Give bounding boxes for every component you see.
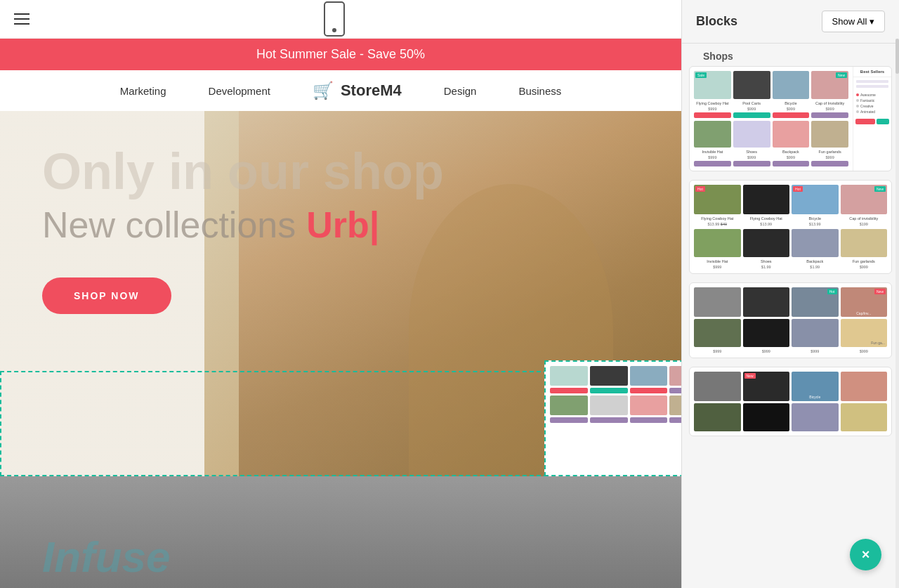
- block-1-main: Sale New Flying Cowboy Hat Pool Carts Bi…: [690, 67, 853, 171]
- panel-title: Blocks: [696, 14, 737, 29]
- logo-text: StoreM4: [341, 81, 402, 100]
- panel-header: Blocks Show All ▾: [682, 0, 899, 44]
- scrollbar-thumb[interactable]: [895, 39, 899, 74]
- floating-block-preview: Best Sellers Item Item Item Item: [544, 360, 681, 476]
- block-2-inner: Hot Hot New Flying Cowboy Hat Flying Cow…: [690, 181, 891, 273]
- hero-section: Only in our shop New collections Urb| SH…: [0, 111, 681, 476]
- block-1-inner: Sale New Flying Cowboy Hat Pool Carts Bi…: [690, 67, 891, 171]
- mobile-preview-icon[interactable]: [324, 1, 345, 37]
- block-thumbnail-4[interactable]: New Bicycle: [689, 367, 892, 436]
- main-canvas: Hot Summer Sale - Save 50% Marketing Dev…: [0, 0, 681, 588]
- shops-section-title: Shops: [689, 44, 892, 66]
- nav-design[interactable]: Design: [444, 85, 477, 97]
- block-1-sidebar: Best Sellers Awesome Fantastic Creative …: [853, 67, 891, 171]
- hero-content: Only in our shop New collections Urb| SH…: [42, 146, 444, 314]
- selection-box: [0, 371, 548, 476]
- nav-development[interactable]: Development: [209, 85, 270, 97]
- announcement-text: Hot Summer Sale - Save 50%: [256, 47, 425, 61]
- hero-subtitle-accent: Urb|: [306, 204, 379, 246]
- block-4-inner: New Bicycle: [690, 367, 891, 436]
- panel-scrollable[interactable]: Shops Sale New Flying: [682, 44, 899, 588]
- site-logo: 🛒 StoreM4: [313, 81, 402, 100]
- close-button[interactable]: ×: [850, 539, 881, 570]
- announcement-bar: Hot Summer Sale - Save 50%: [0, 39, 681, 70]
- hero-subtitle-line: New collections Urb|: [42, 204, 444, 249]
- hamburger-menu[interactable]: [14, 13, 29, 25]
- top-toolbar: [0, 0, 681, 39]
- bottom-text: Infuse: [42, 532, 171, 582]
- right-panel: Blocks Show All ▾ Shops Sale New: [681, 0, 899, 588]
- block-thumbnail-1[interactable]: Sale New Flying Cowboy Hat Pool Carts Bi…: [689, 66, 892, 171]
- scrollbar-track[interactable]: [895, 39, 899, 588]
- website-preview: Hot Summer Sale - Save 50% Marketing Dev…: [0, 39, 681, 588]
- hero-subtitle-plain: New collections: [42, 204, 296, 246]
- nav-business[interactable]: Business: [518, 85, 561, 97]
- block-thumbnail-2[interactable]: Hot Hot New Flying Cowboy Hat Flying Cow…: [689, 180, 892, 274]
- nav-marketing[interactable]: Marketing: [120, 85, 166, 97]
- logo-cart-icon: 🛒: [313, 81, 334, 100]
- block-3-inner: Hot New Cap/Inv... Fun ga... $: [690, 283, 891, 358]
- hero-title: Only in our shop: [42, 146, 444, 197]
- bottom-section: Infuse: [0, 476, 681, 588]
- show-all-button[interactable]: Show All ▾: [822, 11, 885, 32]
- site-navigation: Marketing Development 🛒 StoreM4 Design B…: [0, 70, 681, 111]
- block-thumbnail-3[interactable]: Hot New Cap/Inv... Fun ga... $: [689, 282, 892, 358]
- shop-now-button[interactable]: SHOP NOW: [42, 277, 171, 314]
